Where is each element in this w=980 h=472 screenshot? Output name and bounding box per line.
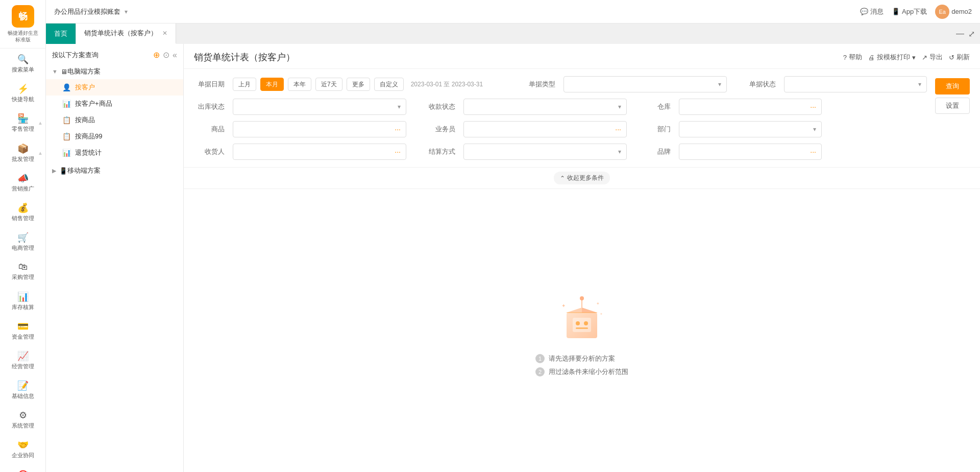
query-button[interactable]: 查询 xyxy=(935,78,970,95)
header-dropdown-icon[interactable]: ▾ xyxy=(125,8,128,15)
sidebar-item-wholesale-mgmt[interactable]: 📦 批发管理 ▲ xyxy=(0,138,45,168)
settings-scheme-button[interactable]: ⊙ xyxy=(163,50,169,60)
message-icon: 💬 xyxy=(860,8,868,15)
salesperson-ellipsis: ··· xyxy=(615,125,621,133)
sidebar-item-enterprise-collab[interactable]: 🤝 企业协同 xyxy=(0,434,45,464)
left-panel: 按以下方案查询 ⊕ ⊙ « ▼ 🖥 电脑端方案 👤 按客户 xyxy=(46,44,184,472)
department-chevron: ▾ xyxy=(813,126,816,133)
tab-home[interactable]: 首页 xyxy=(46,23,76,44)
collapse-panel-button[interactable]: « xyxy=(173,51,177,60)
collapse-more-button[interactable]: ⌃ 收起更多条件 xyxy=(554,172,610,184)
print-dropdown-icon: ▾ xyxy=(912,54,916,61)
shipment-select[interactable]: ▾ xyxy=(233,99,406,115)
scheme-item-by-goods[interactable]: 📋 按商品 xyxy=(46,112,183,128)
basic-info-icon: 📝 xyxy=(17,380,29,391)
sidebar-item-quick-nav[interactable]: ⚡ 快捷导航 xyxy=(0,78,45,108)
add-scheme-button[interactable]: ⊕ xyxy=(153,50,160,60)
scheme-group-mobile: ▶ 📱 移动端方案 xyxy=(46,163,183,180)
recipient-select[interactable]: ··· xyxy=(233,144,406,160)
app-download-icon: 📱 xyxy=(892,8,900,15)
table-icon: 📋 xyxy=(62,116,71,124)
date-control: 上月 本月 本年 近7天 更多 自定义 2023-03-01 至 2023-03… xyxy=(233,78,511,91)
tab-maximize-button[interactable]: ⤢ xyxy=(968,29,975,39)
sidebar-item-purchase-mgmt[interactable]: 🛍 采购管理 xyxy=(0,256,45,286)
filter-row-3: 商品 ··· 业务员 ··· xyxy=(194,121,927,137)
scheme-item-by-goods99-label: 按商品99 xyxy=(75,132,102,141)
export-button[interactable]: ↗ 导出 xyxy=(922,53,943,62)
salesperson-label: 业务员 xyxy=(420,125,455,134)
salesperson-select[interactable]: ··· xyxy=(463,121,627,137)
goods-select[interactable]: ··· xyxy=(233,121,406,137)
btn-this-year[interactable]: 本年 xyxy=(288,78,311,91)
btn-last7[interactable]: 近7天 xyxy=(315,78,342,91)
scheme-item-by-customer-goods-label: 按客户+商品 xyxy=(75,99,112,108)
chart-icon: 📊 xyxy=(62,100,71,108)
new-guide-icon: 🎯 xyxy=(17,469,29,472)
template-print-button[interactable]: 🖨 按模板打印 ▾ xyxy=(868,53,916,62)
scheme-group-mobile-header[interactable]: ▶ 📱 移动端方案 xyxy=(46,163,183,178)
arrow-icon: ▲ xyxy=(38,120,43,126)
mobile-folder-icon: 📱 xyxy=(59,167,67,175)
department-control: ▾ xyxy=(679,121,822,137)
collapse-icon: ⌃ xyxy=(560,175,565,182)
payment-control: ▾ xyxy=(463,99,627,115)
payment-label: 收款状态 xyxy=(420,102,455,111)
tabs-bar: 首页 销货单统计表（按客户） ✕ — ⤢ xyxy=(46,23,980,44)
finance-mgmt-icon: 💳 xyxy=(17,321,29,332)
sidebar-item-search-menu[interactable]: 🔍 搜索菜单 xyxy=(0,49,45,78)
department-select[interactable]: ▾ xyxy=(679,121,822,137)
sidebar-item-ecommerce-mgmt[interactable]: 🛒 电商管理 xyxy=(0,227,45,256)
scheme-item-by-customer-goods[interactable]: 📊 按客户+商品 xyxy=(46,96,183,112)
recipient-label: 收货人 xyxy=(194,147,225,156)
svg-text:✦: ✦ xyxy=(596,301,600,306)
btn-last-month[interactable]: 上月 xyxy=(233,78,256,91)
sidebar-item-label: 库存核算 xyxy=(12,304,34,311)
top-header: 办公用品行业模拟账套 ▾ 💬 消息 📱 App下载 Ea demo2 xyxy=(46,0,980,23)
scheme-group-pc-header[interactable]: ▼ 🖥 电脑端方案 xyxy=(46,64,183,79)
date-quick-group: 上月 本月 本年 近7天 更多 自定义 2023-03-01 至 2023-03… xyxy=(233,78,483,91)
svg-rect-5 xyxy=(576,327,588,329)
sidebar-item-new-guide[interactable]: 🎯 新手引导 xyxy=(0,464,45,472)
refresh-button[interactable]: ↺ 刷新 xyxy=(949,53,970,62)
sidebar-item-finance-mgmt[interactable]: 💳 资金管理 xyxy=(0,316,45,345)
sidebar-item-inventory[interactable]: 📊 库存核算 xyxy=(0,286,45,316)
scheme-item-by-goods99[interactable]: 📋 按商品99 xyxy=(46,128,183,145)
help-icon: ? xyxy=(843,54,847,61)
order-type-control: ▾ xyxy=(564,76,727,92)
filter-settings-button[interactable]: 设置 xyxy=(935,98,970,114)
message-button[interactable]: 💬 消息 xyxy=(860,7,884,16)
header-left: 办公用品行业模拟账套 ▾ xyxy=(54,7,128,16)
warehouse-select[interactable]: ··· xyxy=(679,99,822,115)
tab-sales-stat[interactable]: 销货单统计表（按客户） ✕ xyxy=(76,23,176,44)
tab-minimize-button[interactable]: — xyxy=(956,29,964,38)
main-area: 办公用品行业模拟账套 ▾ 💬 消息 📱 App下载 Ea demo2 首页 xyxy=(46,0,980,472)
collapse-label: 收起更多条件 xyxy=(567,174,604,182)
btn-more-date[interactable]: 更多 xyxy=(347,78,370,91)
btn-this-month[interactable]: 本月 xyxy=(260,78,284,91)
sidebar-item-retail-mgmt[interactable]: 🏪 零售管理 ▲ xyxy=(0,108,45,137)
order-type-select[interactable]: ▾ xyxy=(564,76,727,92)
user-profile[interactable]: Ea demo2 xyxy=(935,5,972,19)
scheme-item-return-stat[interactable]: 📊 退货统计 xyxy=(46,145,183,161)
order-status-select[interactable]: ▾ xyxy=(784,76,927,92)
btn-custom[interactable]: 自定义 xyxy=(374,78,404,91)
sidebar-item-label: 电商管理 xyxy=(12,245,34,251)
ops-mgmt-icon: 📈 xyxy=(17,350,29,362)
app-download-button[interactable]: 📱 App下载 xyxy=(892,7,927,16)
scheme-item-by-customer[interactable]: 👤 按客户 xyxy=(46,79,183,96)
collapse-bar[interactable]: ⌃ 收起更多条件 xyxy=(184,168,980,189)
settlement-chevron: ▾ xyxy=(618,148,621,155)
sidebar-item-ops-mgmt[interactable]: 📈 经营管理 xyxy=(0,345,45,375)
payment-select[interactable]: ▾ xyxy=(463,99,627,115)
help-button[interactable]: ? 帮助 xyxy=(843,53,862,62)
brand-select[interactable]: ··· xyxy=(679,144,822,160)
recipient-control: ··· xyxy=(233,144,406,160)
sidebar-item-sales-mgmt[interactable]: 💰 销售管理 xyxy=(0,197,45,227)
sidebar-item-system-mgmt[interactable]: ⚙ 系统管理 xyxy=(0,405,45,434)
sidebar-item-basic-info[interactable]: 📝 基础信息 xyxy=(0,375,45,405)
tab-close-icon[interactable]: ✕ xyxy=(162,30,167,37)
settlement-select[interactable]: ▾ xyxy=(463,144,627,160)
sidebar-item-marketing[interactable]: 📣 营销推广 xyxy=(0,168,45,197)
left-panel-header: 按以下方案查询 ⊕ ⊙ « xyxy=(46,50,183,64)
empty-tip-2: 2 用过滤条件来缩小分析范围 xyxy=(535,367,628,376)
